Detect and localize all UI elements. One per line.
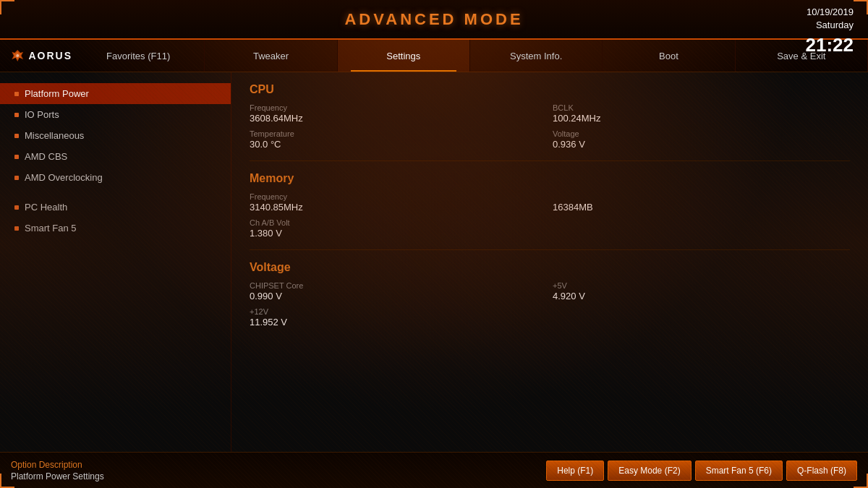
tab-settings[interactable]: Settings xyxy=(338,40,470,72)
bios-ui: ADVANCED MODE 10/19/2019 Saturday 21:22 … xyxy=(0,0,868,488)
date-display: 10/19/2019 Saturday xyxy=(806,6,854,32)
nav-tabs: Favorites (F11) Tweaker Settings System … xyxy=(72,40,868,72)
tab-sysinfo[interactable]: System Info. xyxy=(470,40,603,72)
page-title: ADVANCED MODE xyxy=(344,10,523,29)
tab-favorites[interactable]: Favorites (F11) xyxy=(72,40,205,72)
tab-save-exit[interactable]: Save & Exit xyxy=(736,40,868,72)
nav-bar: AORUS Favorites (F11) Tweaker Settings S… xyxy=(0,40,868,72)
header: ADVANCED MODE 10/19/2019 Saturday 21:22 xyxy=(0,0,868,40)
tab-boot[interactable]: Boot xyxy=(603,40,735,72)
tab-tweaker[interactable]: Tweaker xyxy=(205,40,337,72)
